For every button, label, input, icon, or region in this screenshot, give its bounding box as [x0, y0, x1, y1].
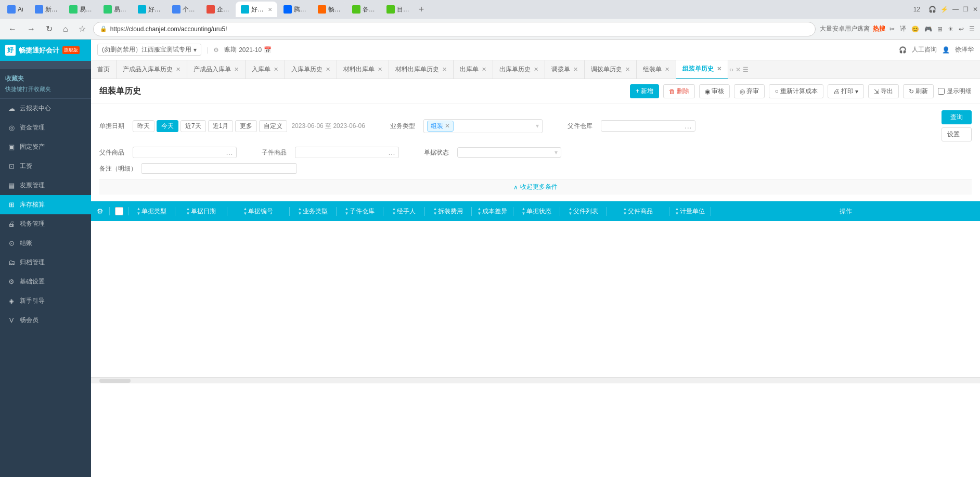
th-cost-diff[interactable]: ▲▼ 成本差异: [472, 207, 513, 216]
export-button[interactable]: ⇲ 导出: [868, 84, 899, 98]
tab-close-icon[interactable]: ✕: [534, 66, 538, 73]
date-btn-1month[interactable]: 近1月: [208, 120, 234, 132]
bookmark-button[interactable]: ☆: [75, 23, 89, 35]
bill-status-input[interactable]: ▾: [457, 147, 561, 158]
tab-home[interactable]: 首页: [91, 60, 117, 79]
tab-nav-right-icon[interactable]: ›: [731, 66, 733, 73]
browser-tab-10[interactable]: 各…: [347, 2, 380, 17]
reload-button[interactable]: ↻: [43, 23, 56, 35]
tab-assembly[interactable]: 组装单 ✕: [637, 60, 676, 79]
tab-close-icon[interactable]: ✕: [234, 66, 239, 73]
tag-close-icon[interactable]: ✕: [445, 122, 450, 130]
tab-close-icon[interactable]: ✕: [274, 66, 278, 73]
sidebar-item-assets[interactable]: ▣ 固定资产: [0, 137, 91, 157]
tab-transfer[interactable]: 调拨单 ✕: [545, 60, 585, 79]
sidebar-item-archive[interactable]: 🗂 归档管理: [0, 253, 91, 272]
date-btn-today[interactable]: 今天: [157, 120, 178, 132]
tab-out-bill-history[interactable]: 出库单历史 ✕: [493, 60, 545, 79]
date-btn-yesterday[interactable]: 昨天: [133, 120, 154, 132]
sidebar-item-checkout[interactable]: ⊙ 结账: [0, 234, 91, 253]
tab-close-icon[interactable]: ✕: [717, 66, 721, 72]
abandon-button[interactable]: ◎ 弃审: [734, 84, 765, 98]
remark-input-field[interactable]: [145, 165, 293, 172]
sidebar-item-invoice[interactable]: ▤ 发票管理: [0, 176, 91, 195]
tab-menu-icon[interactable]: ☰: [743, 66, 749, 73]
sidebar-item-reports[interactable]: ☁ 云报表中心: [0, 99, 91, 118]
sidebar-item-inventory[interactable]: ⊞ 库存核算: [0, 195, 91, 214]
parent-warehouse-input[interactable]: …: [601, 120, 695, 132]
show-detail-checkbox[interactable]: [938, 88, 945, 95]
date-btn-more[interactable]: 更多: [235, 120, 257, 132]
scroll-thumb[interactable]: [99, 379, 131, 383]
tab-close-icon[interactable]: ✕: [573, 66, 578, 73]
tab-material-out-history[interactable]: 材料出库单历史 ✕: [389, 60, 454, 79]
tab-close-icon[interactable]: ✕: [665, 66, 669, 73]
sidebar-favorites[interactable]: 收藏夹 快捷键打开收藏夹: [0, 69, 91, 99]
favorites-sub[interactable]: 快捷键打开收藏夹: [5, 85, 86, 93]
child-goods-input[interactable]: …: [295, 147, 399, 158]
refresh-button[interactable]: ↻ 刷新: [903, 84, 934, 98]
browser-tab-4[interactable]: 好…: [133, 2, 166, 17]
collapse-bar[interactable]: ∧ 收起更多条件: [99, 179, 972, 195]
new-tab-button[interactable]: +: [416, 4, 428, 15]
th-bill-no[interactable]: ▲▼ 单据编号: [227, 207, 290, 216]
url-bar[interactable]: 🔒 https://cloud.chanjet.com/accounting/u…: [93, 22, 816, 36]
settings-gear-icon[interactable]: ⚙: [213, 46, 219, 54]
tab-in-bill-history[interactable]: 入库单历史 ✕: [285, 60, 337, 79]
bill-status-input-field[interactable]: [461, 149, 552, 156]
th-handler[interactable]: ▲▼ 经手人: [383, 207, 425, 216]
browser-tab-7[interactable]: 好… ✕: [236, 2, 277, 17]
tab-close-icon[interactable]: ✕: [326, 66, 330, 73]
show-detail-checkbox-group[interactable]: 显示明细: [938, 87, 972, 96]
sidebar-item-guide[interactable]: ◈ 新手引导: [0, 291, 91, 311]
query-button[interactable]: 查询: [942, 110, 972, 124]
tab-material-out[interactable]: 材料出库单 ✕: [337, 60, 389, 79]
tab-close-icon[interactable]: ✕: [625, 66, 630, 73]
browser-tab-8[interactable]: 腾…: [278, 2, 312, 17]
th-settings[interactable]: ⚙: [91, 207, 110, 215]
horizontal-scrollbar[interactable]: [91, 377, 980, 383]
tab-close-icon[interactable]: ✕: [268, 7, 272, 12]
browser-tab-ai[interactable]: Ai: [2, 2, 29, 17]
ellipsis-icon[interactable]: …: [388, 148, 395, 157]
tab-close-icon[interactable]: ✕: [482, 66, 486, 73]
company-selector[interactable]: (勿删勿禁用）江西服宝测试专用 ▾: [97, 44, 201, 56]
back-button[interactable]: ←: [5, 23, 20, 35]
th-bill-date[interactable]: ▲▼ 单据日期: [175, 207, 227, 216]
th-sub-warehouse[interactable]: ▲▼ 子件仓库: [337, 207, 383, 216]
th-parent-list[interactable]: ▲▼ 父件列表: [560, 207, 607, 216]
settings-icon[interactable]: ⚙: [97, 207, 104, 215]
browser-tab-2[interactable]: 易…: [64, 2, 97, 17]
sidebar-item-membership[interactable]: V 畅会员: [0, 311, 91, 330]
home-button[interactable]: ⌂: [60, 23, 71, 35]
print-button[interactable]: 🖨 打印 ▾: [828, 84, 864, 98]
browser-tab-6[interactable]: 企…: [201, 2, 235, 17]
tab-close-icon[interactable]: ✕: [378, 66, 382, 73]
browser-tab-11[interactable]: 目…: [381, 2, 415, 17]
ellipsis-icon[interactable]: …: [685, 122, 692, 130]
th-disassembly-fee[interactable]: ▲▼ 拆装费用: [425, 207, 472, 216]
sidebar-item-tax[interactable]: 🖨 税务管理: [0, 214, 91, 234]
tab-close-icon[interactable]: ✕: [176, 66, 180, 73]
parent-goods-input[interactable]: …: [133, 147, 237, 158]
remark-input[interactable]: [141, 163, 297, 174]
settings-action-button[interactable]: 设置: [942, 127, 972, 141]
sidebar-item-funds[interactable]: ◎ 资金管理: [0, 118, 91, 137]
date-btn-custom[interactable]: 自定义: [259, 120, 287, 132]
tab-out-bill[interactable]: 出库单 ✕: [454, 60, 493, 79]
th-parent-goods[interactable]: ▲▼ 父件商品: [607, 207, 669, 216]
browser-tab-9[interactable]: 畅…: [313, 2, 346, 17]
date-btn-7days[interactable]: 近7天: [180, 120, 206, 132]
biz-type-input-field[interactable]: [456, 122, 534, 130]
tab-produce-in[interactable]: 产成品入库单 ✕: [187, 60, 246, 79]
parent-goods-input-field[interactable]: [136, 149, 224, 156]
th-bill-status[interactable]: ▲▼ 单据状态: [513, 207, 560, 216]
sidebar-item-salary[interactable]: ⊡ 工资: [0, 157, 91, 176]
tab-produce-in-history[interactable]: 产成品入库单历史 ✕: [117, 60, 187, 79]
th-bill-type[interactable]: ▲▼ 单据类型: [128, 207, 175, 216]
audit-button[interactable]: ◉ 审核: [699, 84, 730, 98]
recalculate-button[interactable]: ○ 重新计算成本: [769, 84, 823, 98]
sidebar-item-settings[interactable]: ⚙ 基础设置: [0, 272, 91, 291]
service-label[interactable]: 人工咨询: [912, 45, 937, 54]
th-biz-type[interactable]: ▲▼ 业务类型: [290, 207, 337, 216]
